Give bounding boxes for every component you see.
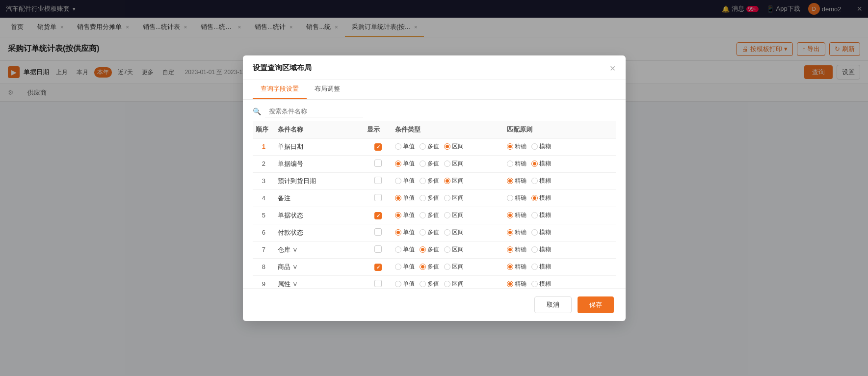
modal-tabs: 查询字段设置 布局调整 [243,80,626,100]
modal-tab-query-fields[interactable]: 查询字段设置 [253,80,307,99]
modal-header: 设置查询区域布局 × [243,55,626,80]
settings-modal: 设置查询区域布局 × 查询字段设置 布局调整 🔍 顺序 条件名称 [243,55,626,102]
modal-overlay: 设置查询区域布局 × 查询字段设置 布局调整 🔍 顺序 条件名称 [0,0,868,102]
modal-search-area: 🔍 [243,100,626,102]
modal-tab-layout[interactable]: 布局调整 [307,80,348,99]
modal-close-button[interactable]: × [610,63,616,73]
modal-title: 设置查询区域布局 [253,63,312,73]
